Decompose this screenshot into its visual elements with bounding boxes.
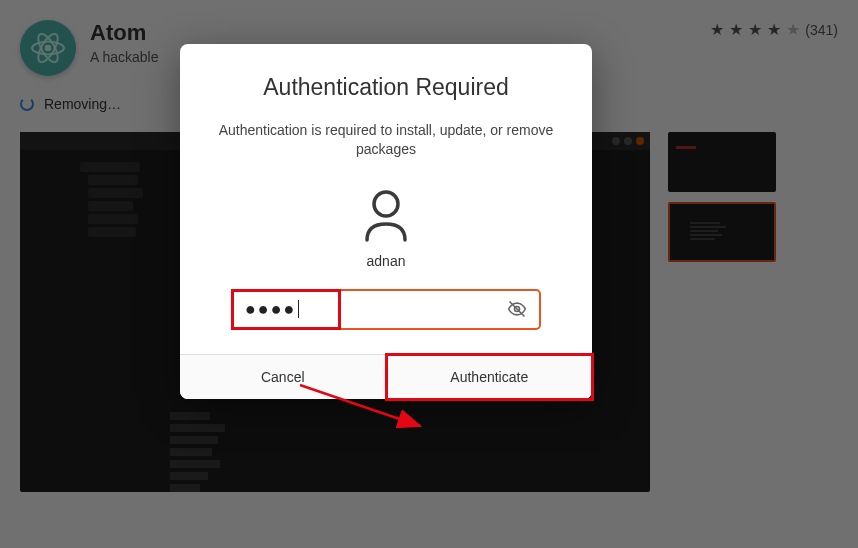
username: adnan [210,253,562,269]
svg-point-4 [374,192,398,216]
password-value: ●●●● [245,299,507,320]
user-icon [358,187,414,243]
auth-dialog: Authentication Required Authentication i… [180,44,592,399]
dialog-subtitle: Authentication is required to install, u… [210,121,562,159]
password-input[interactable]: ●●●● [231,289,541,330]
visibility-toggle-icon[interactable] [507,299,527,319]
authenticate-button[interactable]: Authenticate [387,355,593,399]
dialog-title: Authentication Required [210,74,562,101]
cancel-button[interactable]: Cancel [180,355,387,399]
